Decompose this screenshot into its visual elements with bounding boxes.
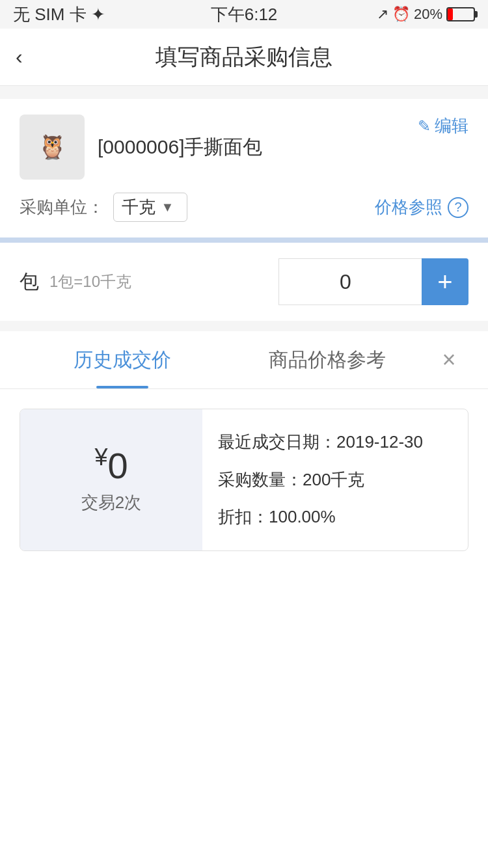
tab-history-label: 历史成交价 bbox=[74, 347, 171, 373]
page-title: 填写商品采购信息 bbox=[156, 42, 332, 72]
tabs-panel: 历史成交价 商品价格参考 × ¥0 交易2次 最近成交日期：2019-12-30 bbox=[0, 331, 488, 571]
tab-active-indicator bbox=[96, 386, 148, 388]
qty-unit-label: 包 bbox=[20, 269, 39, 295]
price-value: 0 bbox=[107, 444, 128, 485]
tab-close-button[interactable]: × bbox=[429, 340, 468, 379]
recent-date-label: 最近成交日期： bbox=[218, 432, 336, 452]
qty-detail-label: 采购数量： bbox=[218, 470, 303, 489]
nav-bar: ‹ 填写商品采购信息 bbox=[0, 29, 488, 86]
discount-value: 100.00% bbox=[269, 507, 336, 526]
price-ref-label: 价格参照 bbox=[375, 196, 442, 219]
unit-label: 采购单位： bbox=[20, 197, 104, 217]
transaction-summary: ¥0 交易2次 bbox=[20, 409, 202, 550]
quantity-row: 包 1包=10千克 + bbox=[0, 243, 488, 321]
transaction-details: 最近成交日期：2019-12-30 采购数量：200千克 折扣：100.00% bbox=[202, 409, 468, 550]
recent-date-row: 最近成交日期：2019-12-30 bbox=[218, 429, 452, 456]
product-name: [0000006]手撕面包 bbox=[98, 134, 262, 161]
bottom-area bbox=[0, 571, 488, 868]
chevron-down-icon: ▼ bbox=[161, 200, 174, 215]
discount-label: 折扣： bbox=[218, 507, 269, 526]
product-thumbnail: 🦉 bbox=[20, 115, 85, 180]
quantity-input[interactable] bbox=[278, 258, 422, 305]
product-unit-row: 采购单位： 千克 ▼ 价格参照 ? bbox=[20, 193, 468, 222]
product-info: 🦉 [0000006]手撕面包 bbox=[20, 115, 262, 180]
location-icon: ↗ bbox=[377, 6, 388, 23]
alarm-icon: ⏰ bbox=[392, 6, 410, 23]
qty-plus-button[interactable]: + bbox=[422, 258, 468, 305]
status-time: 下午6:12 bbox=[211, 3, 278, 26]
help-circle-icon: ? bbox=[448, 197, 468, 218]
back-button[interactable]: ‹ bbox=[16, 45, 23, 69]
qty-input-wrap: + bbox=[278, 258, 468, 305]
transaction-count: 交易2次 bbox=[81, 491, 141, 514]
back-arrow-icon: ‹ bbox=[16, 45, 23, 68]
unit-select[interactable]: 千克 ▼ bbox=[113, 193, 187, 222]
battery-percent: 20% bbox=[414, 6, 442, 23]
recent-date-value: 2019-12-30 bbox=[336, 432, 423, 452]
qty-row-detail: 采购数量：200千克 bbox=[218, 467, 452, 494]
plus-icon: + bbox=[437, 267, 452, 297]
product-card: 🦉 [0000006]手撕面包 ✎ 编辑 采购单位： 千克 ▼ 价格参照 ? bbox=[0, 99, 488, 237]
tab-history-price[interactable]: 历史成交价 bbox=[20, 331, 224, 388]
product-logo-icon: 🦉 bbox=[38, 133, 67, 161]
edit-button[interactable]: ✎ 编辑 bbox=[418, 115, 468, 137]
transaction-card: ¥0 交易2次 最近成交日期：2019-12-30 采购数量：200千克 折扣：… bbox=[20, 409, 468, 551]
battery-icon bbox=[446, 7, 475, 21]
currency-symbol: ¥ bbox=[94, 444, 107, 470]
edit-icon: ✎ bbox=[418, 117, 431, 135]
price-reference-button[interactable]: 价格参照 ? bbox=[375, 196, 468, 219]
discount-row: 折扣：100.00% bbox=[218, 504, 452, 531]
tab-price-ref-label: 商品价格参考 bbox=[269, 347, 386, 373]
close-icon: × bbox=[442, 346, 455, 373]
edit-label: 编辑 bbox=[435, 115, 468, 137]
section-divider bbox=[0, 237, 488, 243]
status-carrier: 无 SIM 卡 ✦ bbox=[13, 3, 105, 26]
qty-detail-value: 200千克 bbox=[303, 470, 364, 489]
status-right: ↗ ⏰ 20% bbox=[377, 6, 475, 23]
tabs-header: 历史成交价 商品价格参考 × bbox=[0, 331, 488, 389]
tab-content: ¥0 交易2次 最近成交日期：2019-12-30 采购数量：200千克 折扣：… bbox=[0, 389, 488, 571]
product-top-row: 🦉 [0000006]手撕面包 ✎ 编辑 bbox=[20, 115, 468, 180]
status-bar: 无 SIM 卡 ✦ 下午6:12 ↗ ⏰ 20% bbox=[0, 0, 488, 29]
unit-selector-group: 采购单位： 千克 ▼ bbox=[20, 193, 187, 222]
qty-unit-sub: 1包=10千克 bbox=[49, 271, 278, 292]
transaction-price: ¥0 bbox=[94, 446, 128, 484]
tab-price-reference[interactable]: 商品价格参考 bbox=[224, 331, 429, 388]
unit-value: 千克 bbox=[122, 196, 156, 219]
